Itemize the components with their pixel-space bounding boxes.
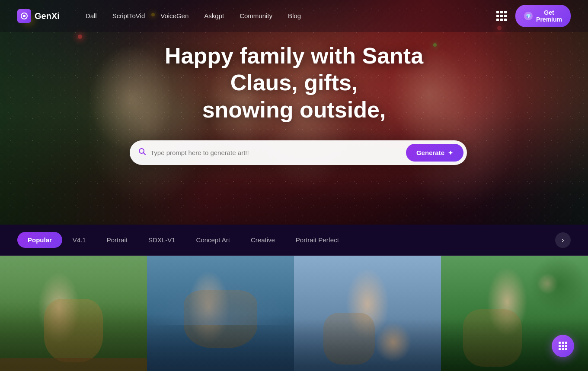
apps-grid-icon[interactable] — [496, 11, 507, 21]
generate-button[interactable]: Generate ✦ — [406, 144, 463, 162]
svg-line-3 — [144, 153, 146, 155]
tab-concept-art[interactable]: Concept Art — [186, 232, 240, 248]
hero-title: Happy family with Santa Claus, gifts, sn… — [130, 42, 458, 123]
gallery-item-2[interactable] — [147, 256, 294, 371]
tab-creative[interactable]: Creative — [240, 232, 285, 248]
tab-portrait[interactable]: Portrait — [96, 232, 138, 248]
diamond-icon: 💎 — [524, 12, 533, 20]
nav-right: 💎 GetPremium — [496, 5, 571, 27]
fab-grid-icon — [559, 342, 567, 350]
search-icon — [138, 148, 146, 158]
search-bar: Generate ✦ — [130, 140, 467, 165]
brand-logo[interactable]: GenXi — [17, 9, 60, 23]
gallery-item-3[interactable] — [294, 256, 441, 371]
tab-sdxl-v1[interactable]: SDXL-V1 — [138, 232, 186, 248]
nav-links: Dall ScriptToVid VoiceGen Askgpt Communi… — [86, 12, 496, 20]
tabs-next-arrow[interactable]: › — [555, 232, 571, 248]
fab-apps-button[interactable] — [552, 335, 574, 357]
gallery-section — [0, 256, 588, 371]
nav-link-voicegen[interactable]: VoiceGen — [160, 12, 189, 19]
tab-popular[interactable]: Popular — [17, 232, 62, 248]
nav-link-community[interactable]: Community — [240, 12, 272, 19]
logo-icon — [17, 9, 31, 23]
nav-link-dall[interactable]: Dall — [86, 12, 97, 19]
tab-v41[interactable]: V4.1 — [62, 232, 96, 248]
sparkle-icon: ✦ — [448, 149, 453, 156]
navbar: GenXi Dall ScriptToVid VoiceGen Askgpt C… — [0, 0, 588, 32]
brand-name: GenXi — [35, 11, 60, 21]
nav-link-scripttovid[interactable]: ScriptToVid — [112, 12, 145, 19]
svg-point-1 — [23, 15, 26, 17]
hero-content: Happy family with Santa Claus, gifts, sn… — [121, 42, 467, 165]
hero-section: Happy family with Santa Claus, gifts, sn… — [0, 0, 588, 225]
get-premium-button[interactable]: 💎 GetPremium — [515, 5, 571, 27]
tab-portrait-perfect[interactable]: Portrait Perfect — [285, 232, 349, 248]
nav-link-askgpt[interactable]: Askgpt — [204, 12, 224, 19]
premium-label: GetPremium — [536, 9, 562, 23]
tabs-section: Popular V4.1 Portrait SDXL-V1 Concept Ar… — [0, 225, 588, 256]
nav-link-blog[interactable]: Blog — [288, 12, 301, 19]
gallery-item-1[interactable] — [0, 256, 147, 371]
search-input[interactable] — [150, 149, 406, 156]
